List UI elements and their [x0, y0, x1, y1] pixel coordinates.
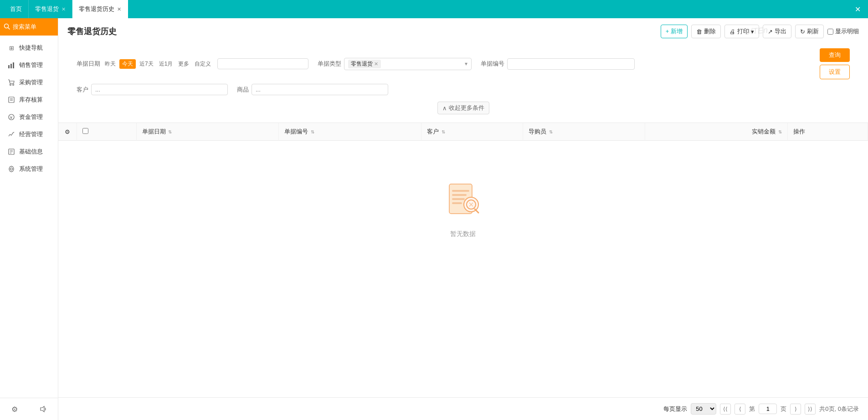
- svg-rect-3: [10, 64, 12, 68]
- toolbar: + 新增 🗑 删除 🖨 打印 ▾ ↗ 导出 ↻: [661, 25, 859, 38]
- sidebar-item-finance-mgmt[interactable]: ¥ 资金管理: [0, 108, 58, 126]
- th-action: 操作: [787, 123, 868, 141]
- prev-page-btn[interactable]: ⟨: [734, 404, 745, 415]
- date-range-input[interactable]: 2023-06-02 至 2023-06-02: [217, 58, 308, 69]
- sidebar-item-purchase-mgmt[interactable]: 采购管理: [0, 74, 58, 91]
- doc-type-dropdown-arrow: ▾: [465, 61, 467, 67]
- th-doc-no[interactable]: 单据编号 ⇅: [279, 123, 421, 141]
- show-detail-checkbox-label[interactable]: 显示明细: [827, 27, 859, 36]
- customer-label: 客户: [77, 86, 88, 94]
- sidebar-item-ops-mgmt[interactable]: 经营管理: [0, 126, 58, 143]
- goods-filter-item: 商品: [237, 84, 388, 95]
- date-shortcut-1month[interactable]: 近1月: [157, 59, 175, 69]
- date-shortcut-today[interactable]: 今天: [119, 59, 136, 69]
- delete-icon: 🗑: [696, 28, 702, 35]
- print-button[interactable]: 🖨 打印 ▾: [724, 25, 759, 38]
- th-guide[interactable]: 导购员 ⇅: [523, 123, 645, 141]
- tab-retail-return-close[interactable]: ✕: [62, 6, 66, 12]
- select-all-checkbox[interactable]: [82, 128, 88, 134]
- page-title: 零售退货历史: [67, 26, 117, 37]
- customer-filter-item: 客户: [77, 84, 228, 95]
- collapse-row: ∧ 收起更多条件: [77, 100, 850, 118]
- settings-button[interactable]: 设置: [820, 65, 850, 79]
- goods-input[interactable]: [252, 84, 388, 95]
- main-layout: 搜索菜单 ⊞ 快捷导航 销售管理: [0, 18, 868, 420]
- collapse-button[interactable]: ∧ 收起更多条件: [437, 102, 489, 114]
- first-page-btn[interactable]: ⟨⟨: [720, 404, 731, 415]
- volume-bottom-icon[interactable]: [36, 402, 51, 416]
- sidebar-item-inventory-calc-label: 库存核算: [19, 96, 43, 104]
- sidebar-item-basic-info-label: 基础信息: [19, 148, 43, 156]
- content-area: 零售退货历史 + 新增 🗑 删除 🖨 打印 ▾ ↗ 导出: [58, 18, 868, 420]
- th-amount[interactable]: 实销金额 ⇅: [645, 123, 788, 141]
- sys-mgmt-icon: [7, 165, 15, 173]
- th-doc-date[interactable]: 单据日期 ⇅: [136, 123, 279, 141]
- th-checkbox[interactable]: [77, 123, 136, 141]
- last-page-btn[interactable]: ⟩⟩: [805, 404, 816, 415]
- svg-marker-17: [41, 406, 44, 412]
- settings-bottom-icon[interactable]: ⚙: [7, 402, 22, 416]
- goods-label: 商品: [237, 86, 249, 94]
- customer-input[interactable]: [91, 84, 228, 95]
- date-filter-item: 单据日期 昨天 今天 近7天 近1月 更多 自定义 2023-06-02 至 2…: [77, 58, 308, 69]
- tab-retail-return[interactable]: 零售退货 ✕: [29, 0, 72, 18]
- page-number-input[interactable]: 1: [759, 404, 777, 414]
- svg-point-5: [10, 84, 11, 86]
- tab-home-label: 首页: [10, 5, 22, 13]
- svg-rect-19: [452, 190, 469, 192]
- app-close-button[interactable]: ✕: [855, 5, 861, 14]
- date-shortcut-more[interactable]: 更多: [176, 59, 191, 69]
- table-header-row: ⚙ 单据日期 ⇅ 单据编号 ⇅ 客户 ⇅: [58, 123, 868, 141]
- sidebar-item-sys-mgmt-label: 系统管理: [19, 165, 43, 173]
- total-info: 共0页, 0条记录: [819, 405, 859, 413]
- sidebar-item-inventory-calc[interactable]: 库存核算: [0, 91, 58, 108]
- svg-rect-7: [9, 97, 14, 102]
- empty-text: 暂无数据: [450, 230, 476, 238]
- purchase-mgmt-icon: [7, 78, 15, 87]
- doc-no-input[interactable]: [507, 58, 635, 70]
- export-button[interactable]: ↗ 导出: [763, 25, 791, 38]
- tab-retail-return-history-close[interactable]: ✕: [117, 6, 121, 12]
- svg-rect-2: [8, 65, 10, 68]
- doc-type-tag-text: 零售退货: [351, 60, 373, 68]
- date-shortcut-7days[interactable]: 近7天: [138, 59, 155, 69]
- page-word: 第: [749, 405, 755, 413]
- show-detail-label: 显示明细: [835, 27, 859, 36]
- delete-button[interactable]: 🗑 删除: [691, 25, 721, 38]
- collapse-up-icon: ∧: [442, 105, 447, 112]
- show-detail-checkbox[interactable]: [827, 29, 833, 35]
- refresh-button[interactable]: ↻ 刷新: [795, 25, 824, 38]
- refresh-icon: ↻: [800, 28, 805, 35]
- th-settings[interactable]: ⚙: [58, 123, 77, 141]
- date-shortcut-yesterday[interactable]: 昨天: [103, 59, 118, 69]
- sidebar-item-sys-mgmt[interactable]: 系统管理: [0, 160, 58, 178]
- quick-nav-icon: ⊞: [7, 44, 15, 52]
- doc-type-tag-remove[interactable]: ✕: [374, 61, 378, 67]
- page-size-select[interactable]: 10 20 50 100: [691, 403, 716, 415]
- sidebar-menu: ⊞ 快捷导航 销售管理: [0, 36, 58, 398]
- search-icon: [4, 23, 10, 31]
- doc-type-select[interactable]: 零售退货 ✕ ▾: [344, 58, 472, 70]
- inventory-calc-icon: [7, 96, 15, 104]
- sidebar-item-purchase-mgmt-label: 采购管理: [19, 78, 43, 87]
- sidebar-search-bar[interactable]: 搜索菜单: [0, 18, 58, 36]
- date-filter-label: 单据日期: [77, 60, 100, 68]
- filter-action-buttons: 查询 设置: [820, 48, 850, 79]
- svg-rect-22: [452, 202, 462, 204]
- empty-state: 暂无数据: [58, 141, 868, 275]
- top-bar-right: ✕: [855, 5, 868, 14]
- date-shortcut-custom[interactable]: 自定义: [193, 59, 213, 69]
- pagination-bar: 每页显示 10 20 50 100 ⟨⟨ ⟨ 第 1 页 ⟩ ⟩⟩ 共0页, 0…: [58, 397, 868, 420]
- th-customer[interactable]: 客户 ⇅: [421, 123, 523, 141]
- sidebar-item-sales-mgmt[interactable]: 销售管理: [0, 56, 58, 74]
- next-page-btn[interactable]: ⟩: [790, 404, 801, 415]
- sidebar-item-basic-info[interactable]: 基础信息: [0, 143, 58, 160]
- tab-retail-return-history[interactable]: 零售退货历史 ✕: [72, 0, 128, 18]
- sidebar-item-finance-mgmt-label: 资金管理: [19, 113, 43, 121]
- query-button[interactable]: 查询: [820, 48, 850, 62]
- sidebar-item-quick-nav[interactable]: ⊞ 快捷导航: [0, 39, 58, 56]
- tab-home[interactable]: 首页: [4, 0, 29, 18]
- new-button[interactable]: + 新增: [661, 25, 688, 38]
- svg-text:¥: ¥: [10, 115, 13, 120]
- svg-rect-20: [452, 194, 467, 196]
